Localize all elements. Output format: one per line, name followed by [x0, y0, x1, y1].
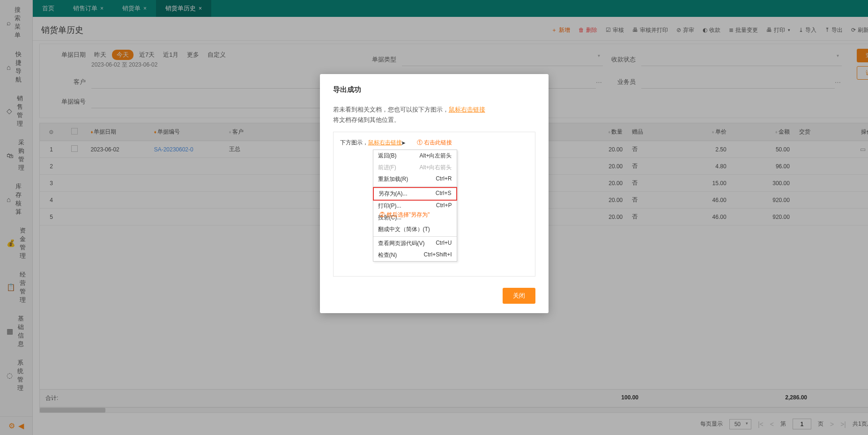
- context-menu-illustration: 返回(B)Alt+向左箭头前进(F)Alt+向右箭头重新加载(R)Ctrl+R另…: [373, 150, 457, 262]
- ctx-menu-item: 查看网页源代码(V)Ctrl+U: [373, 238, 457, 249]
- close-button[interactable]: 关闭: [503, 288, 535, 304]
- ctx-menu-item: 翻成中文（简体）(T): [373, 224, 457, 235]
- annotation-2: ② 然后选择"另存为": [379, 211, 528, 219]
- modal-overlay[interactable]: 导出成功 若未看到相关文档，您也可以按下方图示，鼠标右击链接 将文档存储到其他位…: [0, 0, 868, 435]
- instruction-illustration: 下方图示， 鼠标右击链接 ➤ ① 右击此链接 返回(B)Alt+向左箭头前进(F…: [333, 132, 535, 277]
- annotation-1: ① 右击此链接: [417, 139, 452, 147]
- ctx-menu-item: 返回(B)Alt+向左箭头: [373, 150, 457, 162]
- ctx-menu-item: 打印(P)...Ctrl+P: [373, 200, 457, 212]
- ctx-menu-item: 检查(N)Ctrl+Shift+I: [373, 249, 457, 261]
- export-success-modal: 导出成功 若未看到相关文档，您也可以按下方图示，鼠标右击链接 将文档存储到其他位…: [320, 74, 549, 313]
- ctx-menu-item: 重新加载(R)Ctrl+R: [373, 173, 457, 185]
- ctx-menu-item: 另存为(A)...Ctrl+S: [373, 187, 457, 201]
- modal-title: 导出成功: [333, 85, 535, 94]
- modal-hint-link[interactable]: 鼠标右击链接: [449, 106, 485, 113]
- cursor-icon: ➤: [401, 140, 406, 146]
- modal-body-text: 若未看到相关文档，您也可以按下方图示，鼠标右击链接 将文档存储到其他位置。: [333, 105, 535, 125]
- ctx-menu-item: 前进(F)Alt+向右箭头: [373, 162, 457, 173]
- instr-link: 鼠标右击链接: [368, 139, 402, 147]
